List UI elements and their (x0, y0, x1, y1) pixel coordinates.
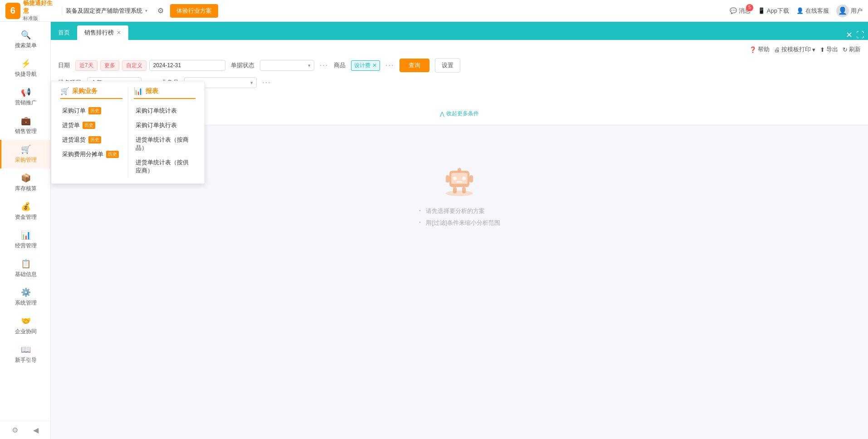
sidebar-item-system[interactable]: ⚙️ 系统管理 (0, 283, 50, 311)
refresh-icon: ↻ (843, 46, 848, 53)
purchase-col: 🛒 采购业务 采购订单 历史 进货单 历史 进货退货 历史 采购费用分摊单 历史 (57, 87, 126, 178)
message-button[interactable]: 💬 消息 5 (730, 7, 751, 15)
logo-icon: 6 (5, 3, 20, 19)
reports-col-title: 📊 报表 (134, 87, 196, 99)
collapse-button[interactable]: ⋀ 收起更多条件 (440, 110, 479, 118)
setting-button[interactable]: 设置 (435, 58, 460, 73)
message-icon: 💬 (730, 7, 737, 14)
menu-item-report-order-exec[interactable]: 采购订单执行表 (134, 118, 196, 133)
goods-tag: 设计费 ✕ (351, 60, 380, 71)
empty-tip-2: 用[过滤]条件来缩小分析范围 (419, 217, 500, 229)
trial-button[interactable]: 体验行业方案 (170, 4, 218, 18)
purchase-col-title: 🛒 采购业务 (60, 87, 122, 99)
date-tag-7days[interactable]: 近7天 (75, 60, 98, 71)
maximize-icon[interactable]: ⛶ (856, 30, 864, 40)
sidebar-item-operations[interactable]: 📊 经营管理 (0, 226, 50, 254)
sidebar-item-inventory[interactable]: 📦 库存核算 (0, 168, 50, 197)
empty-tips: 请先选择要分析的方案 用[过滤]条件来缩小分析范围 (419, 205, 500, 229)
sidebar: 🔍 搜索菜单 ⚡ 快捷导航 📢 营销推广 💼 销售管理 🛒 采购管理 📦 库存核… (0, 22, 51, 439)
sidebar-item-sales[interactable]: 💼 销售管理 (0, 111, 50, 140)
sidebar-item-quick-nav[interactable]: ⚡ 快捷导航 (0, 54, 50, 83)
salesperson-dots[interactable]: ··· (262, 79, 271, 87)
filter-row-1: 日期 近7天 更多 自定义 单据状态 ··· 商品 (58, 58, 861, 73)
topbar-right: 💬 消息 5 📱 App下载 👤 在线客服 👤 用户 (730, 5, 863, 17)
collapse-up-icon: ⋀ (440, 111, 444, 117)
settings-icon: ⚙️ (21, 287, 31, 297)
system-selector[interactable]: 装备及固定资产辅助管理系统 ▾ (62, 7, 151, 15)
menu-item-report-goods[interactable]: 进货单统计表（按商品） (134, 133, 196, 155)
svg-rect-8 (469, 175, 473, 183)
user-button[interactable]: 👤 用户 (836, 5, 863, 17)
phone-icon: 📱 (758, 7, 765, 14)
tab-close-icon[interactable]: ✕ (117, 30, 121, 36)
empty-tip-1: 请先选择要分析的方案 (419, 205, 500, 217)
print-button[interactable]: 🖨 按模板打印 ▾ (774, 45, 815, 54)
sidebar-item-cooperation[interactable]: 🤝 企业协同 (0, 311, 50, 340)
svg-rect-7 (446, 175, 449, 183)
query-button[interactable]: 查询 (400, 59, 429, 72)
sidebar-bottom: ⚙ ◀ (0, 421, 50, 439)
sidebar-item-marketing[interactable]: 📢 营销推广 (0, 83, 50, 111)
sidebar-item-basic-info[interactable]: 📋 基础信息 (0, 254, 50, 283)
cart-icon: 🛒 (21, 144, 31, 154)
sidebar-item-finance[interactable]: 💰 资金管理 (0, 197, 50, 226)
svg-point-3 (453, 177, 457, 180)
empty-illustration (437, 162, 482, 198)
hist-badge-expense: 历史 (106, 151, 119, 158)
book-icon: 📖 (21, 345, 31, 355)
doc-status-label: 单据状态 (231, 61, 254, 69)
doc-status-select[interactable] (260, 60, 314, 71)
search-icon: 🔍 (21, 30, 31, 40)
svg-rect-10 (462, 187, 466, 193)
menu-divider (128, 87, 128, 178)
date-group: 近7天 更多 自定义 (75, 60, 225, 71)
logo-area: 6 畅捷通好生意 标准版 (5, 0, 55, 22)
print-chevron-icon: ▾ (812, 46, 815, 53)
export-button[interactable]: ⬆ 导出 (820, 45, 838, 54)
sidebar-item-search[interactable]: 🔍 搜索菜单 (0, 25, 50, 54)
purchase-menu-icon: 🛒 (60, 87, 69, 95)
megaphone-icon: 📢 (21, 87, 31, 97)
reports-col: 📊 报表 采购订单统计表 采购订单执行表 进货单统计表（按商品） 进货单统计表（… (130, 87, 200, 178)
menu-item-incoming[interactable]: 进货单 历史 (60, 118, 122, 133)
hist-badge-purchase-order: 历史 (88, 107, 101, 114)
tab-sales-ranking[interactable]: 销售排行榜 ✕ (77, 25, 128, 40)
date-tag-custom[interactable]: 自定义 (122, 60, 146, 71)
date-input-end[interactable] (149, 60, 225, 71)
refresh-button[interactable]: ↻ 刷新 (843, 45, 861, 54)
menu-item-report-order-stats[interactable]: 采购订单统计表 (134, 104, 196, 118)
app-download-button[interactable]: 📱 App下载 (758, 7, 789, 15)
toolbar-area: ❓ 帮助 🖨 按模板打印 ▾ ⬆ 导出 ↻ (749, 45, 861, 54)
menu-item-purchase-order[interactable]: 采购订单 历史 (60, 104, 122, 118)
chart-icon: 📊 (21, 230, 31, 240)
date-tag-more[interactable]: 更多 (100, 60, 119, 71)
svg-point-0 (446, 191, 473, 196)
chevron-down-icon: ▾ (145, 8, 147, 13)
lightning-icon: ⚡ (21, 59, 31, 69)
menu-item-expense[interactable]: 采购费用分摊单 历史 (60, 147, 122, 162)
purchase-dropdown-menu: 🛒 采购业务 采购订单 历史 进货单 历史 进货退货 历史 采购费用分摊单 历史… (51, 81, 205, 184)
goods-tag-close[interactable]: ✕ (372, 62, 377, 69)
doc-status-wrapper (260, 60, 314, 71)
tab-close-all-area: ✕ ⛶ (846, 30, 864, 40)
menu-item-report-supplier[interactable]: 进货单统计表（按供应商） (134, 155, 196, 178)
sidebar-item-guide[interactable]: 📖 新手引导 (0, 340, 50, 369)
gear-icon[interactable]: ⚙ (156, 5, 166, 17)
tab-home[interactable]: 首页 (51, 25, 77, 40)
menu-item-return[interactable]: 进货退货 历史 (60, 133, 122, 147)
help-button[interactable]: ❓ 帮助 (749, 45, 770, 54)
date-label: 日期 (58, 61, 70, 69)
goods-dots[interactable]: ··· (385, 61, 394, 69)
goods-label: 商品 (334, 61, 346, 69)
collapse-sidebar-icon[interactable]: ◀ (33, 426, 39, 434)
close-all-icon[interactable]: ✕ (846, 30, 853, 40)
hist-badge-incoming: 历史 (83, 122, 95, 129)
sidebar-item-purchase[interactable]: 🛒 采购管理 (0, 140, 50, 168)
svg-point-4 (462, 177, 466, 180)
doc-status-dots[interactable]: ··· (320, 61, 328, 69)
settings-bottom-icon[interactable]: ⚙ (12, 426, 18, 434)
svg-rect-6 (458, 168, 461, 172)
online-service-button[interactable]: 👤 在线客服 (796, 7, 829, 15)
list-icon: 📋 (21, 259, 31, 269)
print-icon: 🖨 (774, 46, 780, 53)
